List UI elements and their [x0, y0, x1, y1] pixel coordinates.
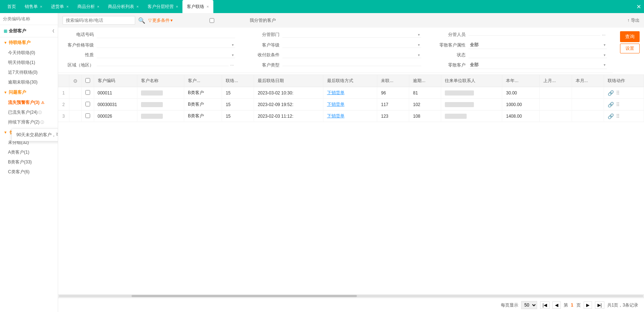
- sidebar: 🔍 ⊞ 全部客户 《 ▼ 待联络客户 今天待联络(0) 明天待联络(1) 近7天…: [0, 13, 58, 312]
- link-icon[interactable]: 🔗: [608, 113, 614, 119]
- my-customers-check[interactable]: [176, 18, 248, 23]
- close-icon[interactable]: ×: [206, 4, 209, 9]
- tab-purchase[interactable]: 进货单 ×: [47, 0, 73, 13]
- row-checkbox[interactable]: [85, 90, 90, 95]
- sidebar-item-declining[interactable]: 持续下滑客户(2) ⓘ: [0, 117, 58, 127]
- th-year: 本年...: [502, 75, 540, 87]
- retail-attr-select[interactable]: 全部 ▾: [468, 41, 607, 49]
- tab-home[interactable]: 首页: [3, 0, 20, 13]
- table-area: ⚙ 客户编码 客户名称 客户...: [58, 75, 644, 294]
- per-page-label: 每页显示: [501, 302, 518, 308]
- info-icon2: ⓘ: [40, 120, 44, 125]
- link-icon[interactable]: 🔗: [608, 102, 614, 108]
- customer-name: ████: [137, 110, 184, 122]
- close-icon[interactable]: ×: [176, 4, 178, 9]
- person-select[interactable]: [468, 34, 600, 36]
- sidebar-item-7days[interactable]: 近7天待联络(0): [0, 68, 58, 77]
- category-search-input[interactable]: [3, 16, 57, 21]
- scrollbar-thumb[interactable]: [132, 295, 357, 297]
- sidebar-group-pending[interactable]: ▼ 待联络客户: [0, 37, 58, 48]
- method-link[interactable]: 下销货单: [327, 102, 345, 107]
- overdue-days: 108: [409, 110, 441, 122]
- row-num: 1: [58, 87, 69, 99]
- grid-icon: ⊞: [4, 29, 7, 34]
- sidebar-item-class-b[interactable]: B类客户(33): [0, 157, 58, 167]
- method-link[interactable]: 下销货单: [327, 113, 345, 118]
- method-link[interactable]: 下销货单: [327, 90, 345, 95]
- last-month-amount: [540, 110, 572, 122]
- sidebar-item-churn-warning[interactable]: 流失预警客户(3) ⚠: [0, 98, 58, 108]
- next-page-button[interactable]: ▶: [584, 301, 592, 309]
- current-page: 1: [571, 303, 573, 308]
- sidebar-item-tomorrow[interactable]: 明天待联络(1): [0, 58, 58, 68]
- sidebar-item-today[interactable]: 今天待联络(0): [0, 48, 58, 58]
- tab-product-list[interactable]: 商品分析列表 ×: [104, 0, 143, 13]
- tab-sales[interactable]: 销售单 ×: [20, 0, 47, 13]
- first-page-button[interactable]: |◀: [540, 301, 550, 309]
- close-icon[interactable]: ×: [97, 4, 99, 9]
- blurred-name: ████: [141, 114, 163, 119]
- th-code: 客户编码: [94, 75, 137, 87]
- link-icon[interactable]: 🔗: [608, 90, 614, 96]
- chevron-icon: ▾: [604, 43, 605, 47]
- payment-select[interactable]: ▾: [282, 52, 421, 58]
- more-icon[interactable]: ⠿: [616, 90, 620, 96]
- horizontal-scrollbar[interactable]: [58, 294, 644, 298]
- sidebar-item-class-c[interactable]: C类客户(6): [0, 167, 58, 177]
- sidebar-all-customers[interactable]: ⊞ 全部客户 《: [0, 25, 58, 37]
- overdue-days: 81: [409, 87, 441, 99]
- select-all-checkbox[interactable]: [85, 78, 90, 83]
- more-conditions-toggle[interactable]: ▽ 更多条件 ▾: [148, 17, 173, 24]
- retail-customer-select[interactable]: 全部 ▾: [468, 61, 607, 69]
- customer-level-select[interactable]: ▾: [282, 42, 421, 48]
- search-bar: 🔍 ▽ 更多条件 ▾ 我分管的客户 ↑ 导出: [58, 13, 644, 28]
- prev-page-button[interactable]: ◀: [552, 301, 561, 309]
- row-select: [81, 110, 94, 122]
- close-icon[interactable]: ×: [40, 4, 42, 9]
- this-month-amount: [572, 99, 604, 110]
- more-icon[interactable]: ⠿: [616, 102, 620, 108]
- last-page-button[interactable]: ▶|: [595, 301, 604, 309]
- row-actions: 🔗 ⠿: [604, 99, 644, 110]
- per-page-select[interactable]: 50: [521, 301, 537, 309]
- filter-person: 分管人员 ···: [436, 32, 607, 38]
- th-num: [58, 75, 69, 87]
- sidebar-group-problem[interactable]: ▼ 问题客户: [0, 87, 58, 98]
- close-icon[interactable]: ×: [136, 4, 138, 9]
- export-button[interactable]: ↑ 导出: [627, 17, 640, 24]
- tab-product-analysis[interactable]: 商品分析 ×: [73, 0, 104, 13]
- tab-customer-contact[interactable]: 客户联络 ×: [182, 0, 213, 13]
- row-checkbox[interactable]: [85, 113, 90, 118]
- dept-select[interactable]: ▾: [282, 32, 421, 38]
- more-icon[interactable]: ⠿: [616, 113, 620, 119]
- th-action: 联络动作: [604, 75, 644, 87]
- gear-button[interactable]: ⚙: [73, 78, 78, 84]
- nature-select[interactable]: ▾: [97, 52, 235, 58]
- th-name: 客户名称: [137, 75, 184, 87]
- export-icon: ↑: [627, 18, 629, 23]
- ellipsis-region-icon[interactable]: ···: [229, 62, 235, 68]
- price-level-select[interactable]: ▾: [97, 42, 235, 48]
- search-input[interactable]: [63, 16, 135, 25]
- tab-bar: 首页 销售单 × 进货单 × 商品分析 × 商品分析列表 × 客户分层经营 × …: [0, 0, 644, 13]
- status-select[interactable]: ▾: [468, 52, 607, 58]
- close-icon[interactable]: ×: [66, 4, 68, 9]
- region-select[interactable]: [97, 64, 229, 66]
- customer-code: 00030031: [94, 99, 137, 110]
- row-checkbox-cell: [69, 110, 81, 122]
- sidebar-item-churned[interactable]: 已流失客户(24) ⓘ: [0, 108, 58, 117]
- phone-input[interactable]: [97, 31, 235, 38]
- ellipsis-icon[interactable]: ···: [600, 32, 607, 37]
- customer-type-select[interactable]: [282, 64, 421, 66]
- settings-button[interactable]: 设置: [620, 44, 640, 53]
- tab-customer-tier[interactable]: 客户分层经营 ×: [143, 0, 182, 13]
- th-select-all: [81, 75, 94, 87]
- window-close-icon[interactable]: ✕: [636, 3, 641, 10]
- row-checkbox[interactable]: [85, 102, 90, 106]
- my-customers-checkbox[interactable]: 我分管的客户: [176, 17, 276, 24]
- sidebar-item-class-a[interactable]: A类客户(1): [0, 147, 58, 157]
- sidebar-item-overdue[interactable]: 逾期未联络(30): [0, 77, 58, 87]
- search-button[interactable]: 🔍: [138, 17, 145, 24]
- query-button[interactable]: 查询: [620, 31, 640, 42]
- search-icon: 🔍: [57, 16, 58, 22]
